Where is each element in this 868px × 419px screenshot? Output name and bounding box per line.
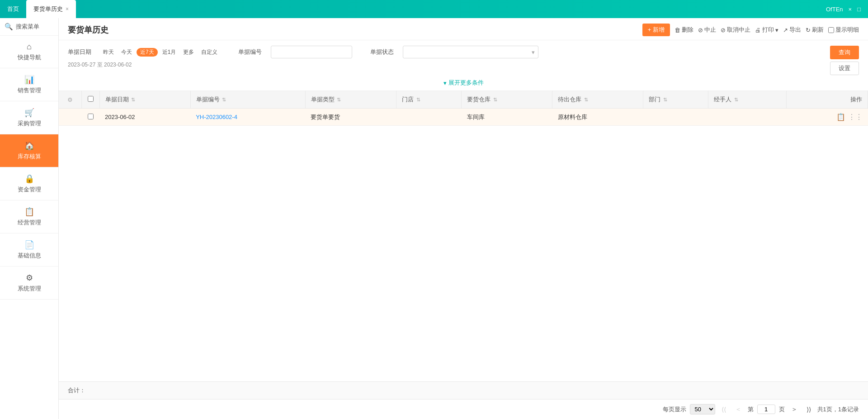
row-more-icon[interactable]: ⋮⋮ [848, 113, 863, 121]
query-button[interactable]: 查询 [830, 46, 859, 59]
window-maximize-btn[interactable]: □ [857, 6, 861, 13]
sidebar: 🔍 搜索菜单 ⌂ 快捷导航 📊 销售管理 🛒 采购管理 🏠 库存核算 🔒 资金管… [0, 18, 59, 419]
new-button[interactable]: + 新增 [642, 24, 670, 36]
sidebar-item-sales[interactable]: 📊 销售管理 [0, 68, 58, 101]
sort-doc-no-icon[interactable]: ⇅ [222, 97, 226, 102]
page-number-input[interactable] [757, 405, 775, 414]
quick-nav-icon: ⌂ [27, 42, 32, 52]
col-req-warehouse: 要货仓库 ⇅ [462, 91, 552, 109]
doc-status-label: 单据状态 [370, 48, 394, 56]
date-btn-7days[interactable]: 近7天 [137, 48, 158, 57]
col-handler: 经手人 ⇅ [708, 91, 787, 109]
row-checkbox[interactable] [88, 114, 94, 119]
export-button[interactable]: ↗ 导出 [783, 26, 801, 34]
col-pending-warehouse: 待出仓库 ⇅ [552, 91, 643, 109]
date-btn-more[interactable]: 更多 [180, 48, 197, 57]
select-all-checkbox[interactable] [88, 96, 94, 102]
row-req-warehouse: 车间库 [462, 109, 552, 126]
per-page-select[interactable]: 50 10 20 100 [690, 404, 715, 414]
row-checkbox-cell [81, 109, 99, 126]
row-department [643, 109, 708, 126]
date-btn-yesterday[interactable]: 昨天 [100, 48, 117, 57]
sales-icon: 📊 [24, 75, 34, 85]
sort-store-icon[interactable]: ⇅ [416, 97, 420, 102]
display-detail-checkbox[interactable] [828, 27, 834, 33]
often-label: OfTEn [826, 6, 843, 13]
print-icon: 🖨 [755, 27, 761, 33]
stop-button[interactable]: ⊘ 中止 [698, 26, 716, 34]
data-table: ⚙ 单据日期 ⇅ 单据编号 ⇅ [59, 91, 868, 126]
sidebar-item-basic-info[interactable]: 📄 基础信息 [0, 233, 58, 267]
date-filter-label: 单据日期 [68, 48, 91, 56]
first-page-btn[interactable]: ⟨⟨ [719, 405, 729, 414]
table-container: ⚙ 单据日期 ⇅ 单据编号 ⇅ [59, 91, 868, 381]
print-button[interactable]: 🖨 打印 ▾ [755, 26, 778, 34]
sort-handler-icon[interactable]: ⇅ [734, 97, 738, 102]
sidebar-item-finance[interactable]: 🔒 资金管理 [0, 167, 58, 200]
col-doc-type: 单据类型 ⇅ [305, 91, 396, 109]
col-department: 部门 ⇅ [643, 91, 708, 109]
sort-pending-warehouse-icon[interactable]: ⇅ [584, 97, 588, 102]
page-label: 第 [748, 405, 754, 414]
sidebar-item-purchase[interactable]: 🛒 采购管理 [0, 101, 58, 134]
cancel-stop-button[interactable]: ⊘ 取消中止 [721, 26, 750, 34]
sidebar-item-operations[interactable]: 📋 经营管理 [0, 200, 58, 233]
doc-no-label: 单据编号 [238, 48, 262, 56]
row-pending-warehouse: 原材料仓库 [552, 109, 643, 126]
expand-more-button[interactable]: ▾ 展开更多条件 [443, 79, 484, 87]
row-doc-no: YH-20230602-4 [190, 109, 305, 126]
sort-doc-type-icon[interactable]: ⇅ [337, 97, 341, 102]
delete-button[interactable]: 🗑 删除 [675, 26, 693, 34]
finance-icon: 🔒 [24, 174, 34, 184]
doc-no-link[interactable]: YH-20230602-4 [196, 114, 237, 120]
tab-history[interactable]: 要货单历史 × [26, 0, 76, 18]
toolbar: + 新增 🗑 删除 ⊘ 中止 ⊘ 取消中止 🖨 打印 ▾ [642, 24, 859, 36]
date-range-text: 2023-05-27 至 2023-06-02 [68, 61, 538, 69]
col-doc-date: 单据日期 ⇅ [99, 91, 190, 109]
cancel-stop-icon: ⊘ [721, 27, 726, 33]
window-close-btn[interactable]: × [849, 6, 852, 13]
search-icon: 🔍 [5, 23, 13, 31]
row-doc-date: 2023-06-02 [99, 109, 190, 126]
row-edit-icon[interactable]: 📋 [836, 113, 845, 121]
table-row: 2023-06-02 YH-20230602-4 要货单要货 车间库 原材料仓库 [59, 109, 868, 126]
stop-icon: ⊘ [698, 27, 703, 33]
date-btn-1month[interactable]: 近1月 [160, 48, 179, 57]
prev-page-btn[interactable]: ＜ [732, 405, 744, 414]
sidebar-item-quick-nav[interactable]: ⌂ 快捷导航 [0, 36, 58, 68]
row-handler [708, 109, 787, 126]
sort-req-warehouse-icon[interactable]: ⇅ [493, 97, 497, 102]
date-range-btns: 昨天 今天 近7天 近1月 更多 自定义 [100, 48, 220, 57]
top-bar: 首页 要货单历史 × OfTEn × □ [0, 0, 868, 18]
refresh-button[interactable]: ↻ 刷新 [806, 26, 824, 34]
delete-icon: 🗑 [675, 27, 680, 33]
sidebar-item-system[interactable]: ⚙ 系统管理 [0, 267, 58, 300]
filter-row-1: 单据日期 昨天 今天 近7天 近1月 更多 自定义 单据编号 单据状态 [68, 46, 538, 58]
expand-more-row: ▾ 展开更多条件 [68, 79, 859, 87]
filter-action-btns: 查询 设置 [830, 46, 859, 75]
per-page-label: 每页显示 [663, 405, 686, 414]
tab-close-icon[interactable]: × [66, 6, 69, 12]
date-btn-custom[interactable]: 自定义 [198, 48, 220, 57]
col-actions: 操作 [786, 91, 868, 109]
refresh-icon: ↻ [806, 27, 811, 33]
basic-info-icon: 📄 [24, 240, 34, 250]
sidebar-search[interactable]: 🔍 搜索菜单 [0, 18, 58, 36]
last-page-btn[interactable]: ⟩⟩ [804, 405, 814, 414]
date-btn-today[interactable]: 今天 [118, 48, 135, 57]
next-page-btn[interactable]: ＞ [788, 405, 800, 414]
total-label: 共1页，1条记录 [817, 405, 859, 414]
sort-doc-date-icon[interactable]: ⇅ [131, 97, 135, 102]
tab-home[interactable]: 首页 [0, 0, 26, 18]
display-detail-toggle[interactable]: 显示明细 [828, 26, 859, 34]
doc-status-input[interactable] [403, 46, 538, 58]
setting-button[interactable]: 设置 [830, 62, 859, 75]
sidebar-item-inventory[interactable]: 🏠 库存核算 [0, 134, 58, 167]
filter-area: 单据日期 昨天 今天 近7天 近1月 更多 自定义 单据编号 单据状态 [59, 40, 868, 91]
summary-label: 合计： [68, 387, 85, 394]
sort-department-icon[interactable]: ⇅ [663, 97, 667, 102]
col-store: 门店 ⇅ [396, 91, 461, 109]
page-title: 要货单历史 [68, 24, 642, 35]
doc-no-input[interactable] [271, 46, 352, 58]
gear-icon[interactable]: ⚙ [67, 96, 73, 103]
